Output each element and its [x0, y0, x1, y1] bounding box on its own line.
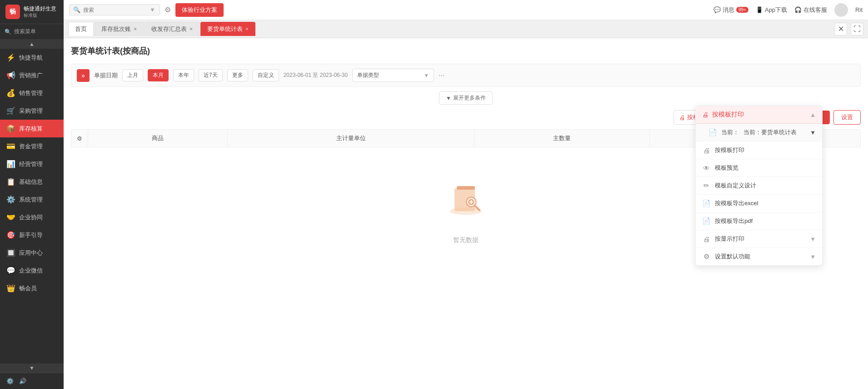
app-download-item[interactable]: 📱 App下载	[756, 6, 787, 14]
topbar-search-icon: 🔍	[73, 6, 80, 13]
message-icon: 💬	[713, 6, 721, 13]
sidebar-item-finance[interactable]: 💳 资金管理	[0, 137, 64, 155]
dropdown-export-excel[interactable]: 📄 按模板导出excel	[696, 195, 822, 212]
dropdown-header: 🖨 按模板打印 ▲	[696, 106, 822, 124]
speaker-icon[interactable]: 🔊	[19, 378, 26, 384]
sidebar-item-basic[interactable]: 📋 基础信息	[0, 173, 64, 191]
dropdown-template-preview[interactable]: 👁 模板预览	[696, 159, 822, 177]
sidebar-scroll-down[interactable]: ▼	[0, 364, 64, 373]
type-select[interactable]: 单据类型 ▼	[352, 69, 434, 82]
basic-icon: 📋	[6, 177, 15, 186]
sidebar: 畅 畅捷通好生意 标准版 🔍 搜索菜单 ▲ ⚡ 快捷导航 📢 营销推广 💰 销售…	[0, 0, 64, 389]
topbar-search-dropdown[interactable]: ▼	[150, 6, 155, 13]
dropdown-export-pdf[interactable]: 📄 按模板导出pdf	[696, 212, 822, 230]
tab-collection-summary[interactable]: 收发存汇总表 ×	[145, 22, 200, 36]
logo-icon: 畅	[5, 5, 20, 19]
date-btn-last-month[interactable]: 上月	[122, 69, 143, 81]
export-excel-icon: 📄	[702, 199, 710, 207]
set-default-arrow: ▼	[810, 253, 816, 260]
mobile-icon: 📱	[756, 6, 763, 13]
current-expand-arrow: ▼	[810, 129, 816, 136]
search-icon: 🔍	[5, 29, 11, 35]
industry-btn[interactable]: 体验行业方案	[175, 3, 224, 17]
avatar[interactable]	[834, 3, 848, 17]
print-icon: 🖨	[679, 114, 685, 121]
table-settings-col[interactable]: ⚙	[71, 130, 88, 147]
dropdown-set-default[interactable]: ⚙ 设置默认功能 ▼	[696, 248, 822, 265]
topbar-search[interactable]: 🔍 ▼	[69, 4, 160, 15]
sidebar-scroll-up[interactable]: ▲	[0, 40, 64, 49]
search-input[interactable]	[83, 7, 147, 13]
close-order-stats[interactable]: ×	[245, 26, 249, 32]
template-print-icon: 🖨	[702, 147, 710, 154]
sidebar-bottom: ⚙️ 🔊	[0, 373, 64, 389]
print-dropdown-menu: 🖨 按模板打印 ▲ 📄 当前： 当前：要货单统计表 ▼ 🖨 按模板打印 👁	[695, 106, 823, 266]
dropdown-current-item[interactable]: 📄 当前： 当前：要货单统计表 ▼	[696, 124, 822, 141]
sidebar-item-guide[interactable]: 🎯 新手引导	[0, 226, 64, 244]
finance-icon: 💳	[6, 142, 15, 151]
headset-icon: 🎧	[794, 6, 802, 13]
settings-icon[interactable]: ⚙️	[6, 378, 14, 384]
sidebar-item-inventory[interactable]: 📦 库存核算	[0, 120, 64, 137]
col-unit: 主计量单位	[228, 130, 474, 147]
logo-text: 畅捷通好生意 标准版	[24, 5, 56, 19]
dropdown-template-print[interactable]: 🖨 按模板打印	[696, 141, 822, 159]
svg-rect-2	[457, 186, 475, 190]
gear-icon[interactable]: ⚙	[165, 5, 171, 14]
date-btn-7days[interactable]: 近7天	[199, 69, 223, 81]
dropdown-display-print[interactable]: 🖨 按显示打印 ▼	[696, 230, 822, 248]
sidebar-item-system[interactable]: ⚙️ 系统管理	[0, 191, 64, 208]
username-label: Rit	[855, 6, 863, 13]
expand-icon: ▼	[446, 95, 451, 101]
display-print-arrow: ▼	[810, 236, 816, 242]
page-title: 要货单统计表(按商品)	[71, 45, 861, 56]
dropdown-template-design[interactable]: ✏ 模板自定义设计	[696, 177, 822, 195]
tab-batch-account[interactable]: 库存批次账 ×	[95, 22, 144, 36]
sidebar-item-quick-nav[interactable]: ⚡ 快捷导航	[0, 49, 64, 66]
sidebar-item-cooperation[interactable]: 🤝 企业协同	[0, 208, 64, 226]
date-btn-more[interactable]: 更多	[227, 69, 248, 81]
more-conditions-btn[interactable]: ▼ 展开更多条件	[439, 91, 493, 105]
guide-icon: 🎯	[6, 231, 15, 239]
filter-more-icon[interactable]: ···	[439, 71, 444, 80]
dropdown-header-right: ▲	[810, 111, 816, 118]
sidebar-item-purchase[interactable]: 🛒 采购管理	[0, 102, 64, 120]
wechat-icon: 💬	[6, 266, 15, 275]
current-label: 当前：	[721, 128, 739, 136]
apps-icon: 🔲	[6, 248, 15, 257]
date-btn-this-year[interactable]: 本年	[173, 69, 194, 81]
sidebar-item-operation[interactable]: 📊 经营管理	[0, 155, 64, 173]
close-batch-account[interactable]: ×	[134, 26, 137, 32]
inventory-icon: 📦	[6, 124, 15, 133]
sidebar-item-sales[interactable]: 💰 销售管理	[0, 84, 64, 102]
system-icon: ⚙️	[6, 195, 15, 204]
close-collection-summary[interactable]: ×	[190, 26, 193, 32]
sidebar-item-marketing[interactable]: 📢 营销推广	[0, 66, 64, 84]
sidebar-search[interactable]: 🔍 搜索菜单	[0, 24, 64, 40]
quick-nav-icon: ⚡	[6, 53, 15, 62]
sidebar-item-apps[interactable]: 🔲 应用中心	[0, 244, 64, 262]
sidebar-item-wechat[interactable]: 💬 企业微信	[0, 262, 64, 279]
export-pdf-icon: 📄	[702, 217, 710, 225]
cooperation-icon: 🤝	[6, 213, 15, 222]
sidebar-nav: ⚡ 快捷导航 📢 营销推广 💰 销售管理 🛒 采购管理 📦 库存核算 💳	[0, 49, 64, 364]
dropdown-title: 🖨 按模板打印	[702, 111, 744, 119]
date-btn-custom[interactable]: 自定义	[253, 69, 279, 81]
online-service-item[interactable]: 🎧 在线客服	[794, 6, 827, 14]
tab-order-stats[interactable]: 要货单统计表 ×	[200, 22, 255, 36]
filter-expand-btn[interactable]: »	[77, 69, 90, 82]
set-default-icon: ⚙	[702, 253, 710, 261]
maximize-btn[interactable]: ⛶	[851, 23, 863, 35]
empty-text: 暂无数据	[453, 236, 479, 244]
sales-icon: 💰	[6, 89, 15, 97]
close-all-tabs-btn[interactable]: ✕	[834, 23, 847, 35]
date-btn-this-month[interactable]: 本月	[148, 69, 169, 81]
marketing-icon: 📢	[6, 71, 15, 80]
operation-icon: 📊	[6, 160, 15, 168]
settings-action-btn[interactable]: 设置	[833, 110, 861, 125]
dropdown-chevron-up[interactable]: ▲	[810, 111, 816, 118]
messages-item[interactable]: 💬 消息 99+	[713, 6, 748, 14]
tab-home[interactable]: 首页	[68, 22, 94, 36]
sidebar-item-member[interactable]: 👑 畅会员	[0, 279, 64, 297]
message-badge: 99+	[736, 7, 748, 13]
